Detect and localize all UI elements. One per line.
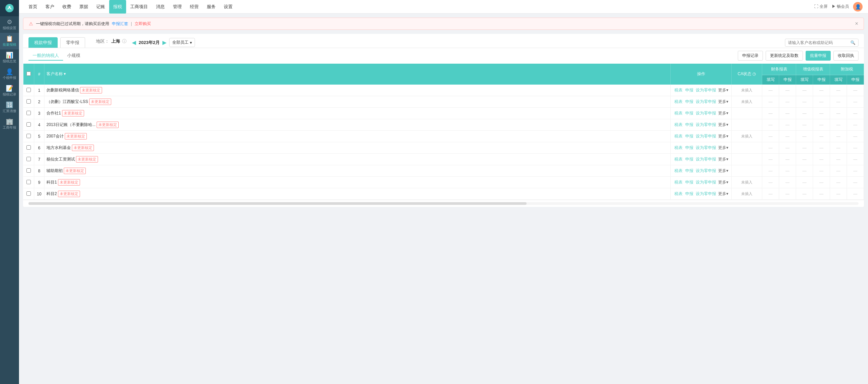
select-all-checkbox[interactable] bbox=[26, 71, 31, 76]
op-link-1[interactable]: 申报 bbox=[685, 111, 693, 115]
prev-date-btn[interactable]: ◀ bbox=[132, 39, 136, 46]
nav-item-xiaoxi[interactable]: 消息 bbox=[152, 0, 169, 14]
op-link-2[interactable]: 设为零申报 bbox=[696, 168, 716, 173]
more-dropdown[interactable]: 更多▾ bbox=[718, 191, 728, 196]
customer-name[interactable]: 地方水利基金 bbox=[46, 145, 71, 150]
more-dropdown[interactable]: 更多▾ bbox=[718, 111, 728, 115]
row-checkbox[interactable] bbox=[26, 88, 31, 92]
update-btn[interactable]: 更新统定及取数 bbox=[766, 51, 803, 61]
customer-name[interactable]: 合作社1 bbox=[46, 111, 61, 115]
sidebar-item-baoshui-zonlan[interactable]: 📊 报税总览 bbox=[0, 49, 19, 66]
op-link-1[interactable]: 申报 bbox=[685, 145, 693, 150]
op-link-0[interactable]: 税表 bbox=[674, 145, 683, 150]
more-dropdown[interactable]: 更多▾ bbox=[718, 134, 728, 138]
sidebar-item-geshui-shenbao[interactable]: 👤 个税申报 bbox=[0, 66, 19, 83]
notice-link1[interactable]: 申报汇签 bbox=[112, 21, 128, 27]
op-link-2[interactable]: 设为零申报 bbox=[696, 180, 716, 185]
nav-item-gongshang[interactable]: 工商项目 bbox=[126, 0, 152, 14]
row-checkbox[interactable] bbox=[26, 191, 31, 196]
nav-item-guanli[interactable]: 管理 bbox=[169, 0, 186, 14]
nav-item-fuwu[interactable]: 服务 bbox=[203, 0, 220, 14]
row-checkbox[interactable] bbox=[26, 99, 31, 104]
taxpayer-btn-small[interactable]: 小规模 bbox=[63, 51, 84, 61]
op-link-1[interactable]: 申报 bbox=[685, 180, 693, 185]
sidebar-item-baoshui-shezhi[interactable]: ⚙ 报税设置 bbox=[0, 16, 19, 33]
nav-item-jizhang[interactable]: 记账 bbox=[92, 0, 109, 14]
op-link-0[interactable]: 税表 bbox=[674, 191, 683, 196]
staff-selector[interactable]: 全部员工 ▾ bbox=[169, 38, 195, 47]
taxpayer-btn-general[interactable]: 一般的纳税人 bbox=[28, 51, 63, 61]
sidebar-item-baoshui-jilu[interactable]: 📝 报税记录 bbox=[0, 83, 19, 99]
customer-name[interactable]: 杨仙女工资测试 bbox=[46, 157, 75, 162]
search-icon[interactable]: 🔍 bbox=[850, 40, 855, 45]
row-checkbox[interactable] bbox=[26, 180, 31, 184]
op-link-0[interactable]: 税表 bbox=[674, 157, 683, 162]
op-link-0[interactable]: 税表 bbox=[674, 180, 683, 185]
nav-item-customer[interactable]: 客户 bbox=[41, 0, 58, 14]
op-link-0[interactable]: 税表 bbox=[674, 88, 683, 92]
sidebar-item-piliang-baoshui[interactable]: 📋 批量报税 bbox=[0, 33, 19, 49]
more-dropdown[interactable]: 更多▾ bbox=[718, 157, 728, 162]
customer-name[interactable]: 2013日记账（不要删除哈... bbox=[46, 122, 96, 127]
op-link-2[interactable]: 设为零申报 bbox=[696, 88, 716, 92]
more-dropdown[interactable]: 更多▾ bbox=[718, 99, 728, 104]
sidebar-item-gongshang-nianbao[interactable]: 🏢 工商年报 bbox=[0, 116, 19, 132]
op-link-1[interactable]: 申报 bbox=[685, 88, 693, 92]
op-link-0[interactable]: 税表 bbox=[674, 111, 683, 115]
search-input[interactable] bbox=[788, 40, 849, 45]
op-link-2[interactable]: 设为零申报 bbox=[696, 191, 716, 196]
op-link-2[interactable]: 设为零申报 bbox=[696, 134, 716, 138]
op-link-1[interactable]: 申报 bbox=[685, 122, 693, 127]
notice-close-btn[interactable]: × bbox=[855, 21, 858, 27]
customer-name[interactable]: 辅助期初 bbox=[46, 168, 63, 173]
op-link-1[interactable]: 申报 bbox=[685, 134, 693, 138]
more-dropdown[interactable]: 更多▾ bbox=[718, 88, 728, 92]
op-link-2[interactable]: 设为零申报 bbox=[696, 122, 716, 127]
op-link-2[interactable]: 设为零申报 bbox=[696, 145, 716, 150]
op-link-2[interactable]: 设为零申报 bbox=[696, 157, 716, 162]
nav-item-home[interactable]: 首页 bbox=[24, 0, 41, 14]
customer-name[interactable]: 2007会计 bbox=[46, 134, 64, 138]
op-link-0[interactable]: 税表 bbox=[674, 134, 683, 138]
horizontal-scrollbar[interactable] bbox=[28, 202, 859, 205]
row-checkbox[interactable] bbox=[26, 145, 31, 150]
more-dropdown[interactable]: 更多▾ bbox=[718, 145, 728, 150]
op-link-0[interactable]: 税表 bbox=[674, 168, 683, 173]
op-link-0[interactable]: 税表 bbox=[674, 99, 683, 104]
row-checkbox[interactable] bbox=[26, 168, 31, 173]
sort-icon[interactable]: ▾ bbox=[64, 71, 66, 76]
customer-name[interactable]: 科目1 bbox=[46, 180, 57, 185]
more-dropdown[interactable]: 更多▾ bbox=[718, 122, 728, 127]
row-checkbox[interactable] bbox=[26, 134, 31, 138]
user-avatar[interactable]: 👤 bbox=[853, 2, 863, 12]
tab-lingshenbao[interactable]: 零申报 bbox=[60, 37, 85, 48]
shouqu-huizhi-btn[interactable]: 收取回执 bbox=[833, 51, 859, 61]
row-checkbox[interactable] bbox=[26, 157, 31, 161]
region-info-icon[interactable]: ⓘ bbox=[122, 38, 126, 44]
op-link-2[interactable]: 设为零申报 bbox=[696, 99, 716, 104]
nav-item-baoshui[interactable]: 报税 bbox=[109, 0, 126, 14]
fullscreen-btn[interactable]: ⛶ 全屏 bbox=[814, 4, 827, 9]
nav-item-jingying[interactable]: 经营 bbox=[186, 0, 203, 14]
next-date-btn[interactable]: ▶ bbox=[162, 39, 166, 46]
op-link-1[interactable]: 申报 bbox=[685, 157, 693, 162]
more-dropdown[interactable]: 更多▾ bbox=[718, 168, 728, 173]
row-checkbox[interactable] bbox=[26, 111, 31, 115]
shenbao-jilu-btn[interactable]: 申报记录 bbox=[738, 51, 763, 61]
row-checkbox[interactable] bbox=[26, 122, 31, 127]
nav-item-shezhi[interactable]: 设置 bbox=[220, 0, 237, 14]
nav-item-piaoju[interactable]: 票据 bbox=[75, 0, 92, 14]
op-link-1[interactable]: 申报 bbox=[685, 99, 693, 104]
op-link-1[interactable]: 申报 bbox=[685, 168, 693, 173]
nav-item-shoufei[interactable]: 收费 bbox=[58, 0, 75, 14]
vip-btn[interactable]: ▶ 畅会员 bbox=[832, 4, 849, 9]
customer-name[interactable]: （勿删）江西酸宝-LSS bbox=[46, 99, 88, 104]
op-link-0[interactable]: 税表 bbox=[674, 122, 683, 127]
customer-name[interactable]: 勿删新税网络通信 bbox=[46, 88, 79, 92]
more-dropdown[interactable]: 更多▾ bbox=[718, 180, 728, 185]
tab-shenbao[interactable]: 税款申报 bbox=[28, 37, 58, 48]
customer-name[interactable]: 科目2 bbox=[46, 191, 57, 196]
op-link-1[interactable]: 申报 bbox=[685, 191, 693, 196]
sidebar-item-huisuan-qingjiao[interactable]: 🔢 汇算清缴 bbox=[0, 99, 19, 116]
op-link-2[interactable]: 设为零申报 bbox=[696, 111, 716, 115]
